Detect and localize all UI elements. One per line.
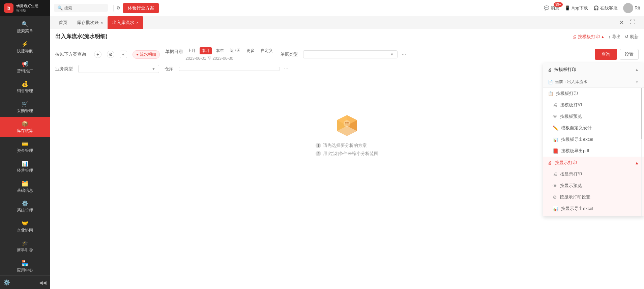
- page-header: 出入库流水(流水明细) 🖨 按模板打印 ▲ ↑ 导出 ↺ 刷新: [50, 29, 644, 43]
- current-arrow: ▼: [635, 80, 639, 84]
- sidebar-label-finance: 资金管理: [17, 148, 33, 154]
- sidebar-item-system[interactable]: ⚙️系统管理: [0, 197, 50, 217]
- app-download-item[interactable]: 📱 App下载: [565, 5, 588, 11]
- topbar-right: 💬 消息 99+ 📱 App下载 🎧 在线客服 Rit: [544, 3, 640, 13]
- export-btn[interactable]: ↑ 导出: [609, 34, 621, 40]
- item-label-display-preview: 按显示预览: [560, 183, 582, 189]
- sidebar-label-sales: 销售管理: [17, 88, 33, 94]
- hint-item-2: 2 用[过滤]条件来缩小分析范围: [316, 151, 378, 157]
- search-input[interactable]: [64, 6, 105, 10]
- sidebar-item-basic[interactable]: 🗂️基础信息: [0, 177, 50, 197]
- dropdown-item-template-export-pdf[interactable]: 📕按模板导出pdf: [543, 145, 644, 157]
- tab-label-batch: 库存批次账: [77, 20, 99, 26]
- item-label-template-export-pdf: 按模板导出pdf: [561, 148, 589, 154]
- search-box[interactable]: 🔍: [54, 4, 108, 12]
- message-item[interactable]: 💬 消息 99+: [544, 5, 559, 11]
- filter-add-btn[interactable]: +: [94, 51, 101, 58]
- dropdown-item-display-preview[interactable]: 👁按显示预览: [543, 180, 644, 191]
- sidebar-item-marketing[interactable]: 📢营销推广: [0, 57, 50, 77]
- business-type-select[interactable]: ▼: [78, 65, 159, 73]
- dropdown-item-display-export-excel[interactable]: 📊按显示导出excel: [543, 203, 644, 214]
- sidebar-item-corp[interactable]: 🤝企业协同: [0, 217, 50, 237]
- maximize-btn[interactable]: ⛶: [628, 19, 637, 26]
- sidebar-icon-inventory: 📦: [22, 121, 28, 127]
- date-tab-上月[interactable]: 上月: [185, 47, 198, 54]
- sidebar-item-inventory[interactable]: 📦库存核算: [0, 117, 50, 137]
- date-field-label: 单据日期: [165, 47, 183, 56]
- dropdown-item-display-print-settings[interactable]: ⚙按显示打印设置: [543, 191, 644, 203]
- message-icon: 💬: [544, 5, 549, 10]
- filter-chip-icon: ●: [136, 52, 139, 57]
- dropdown-item-template-custom[interactable]: ✏️模板自定义设计: [543, 122, 644, 134]
- filter-action-btns: 查询 设置: [595, 49, 639, 60]
- sidebar-label-operations: 经营管理: [17, 168, 33, 174]
- dropdown-section-header-template-print[interactable]: 📋按模板打印: [543, 88, 644, 99]
- close-tab-btn[interactable]: ✕: [617, 19, 626, 26]
- dropdown-item-template-preview[interactable]: 👁按模板预览: [543, 111, 644, 122]
- sidebar-label-corp: 企业协同: [17, 228, 33, 233]
- date-tab-自定义[interactable]: 自定义: [259, 47, 275, 54]
- tabs-actions: ✕ ⛶: [617, 19, 637, 26]
- filter-settings-btn[interactable]: ⚙: [107, 51, 114, 58]
- dropdown-close-icon[interactable]: ▲: [635, 67, 639, 72]
- sidebar-item-operations[interactable]: 📊经营管理: [0, 157, 50, 177]
- customer-service-item[interactable]: 🎧 在线客服: [593, 5, 618, 11]
- doc-type-group: 单据类型 ▼ ···: [280, 50, 589, 58]
- sidebar-icon-quicknav: ⚡: [22, 41, 28, 47]
- hint-text-2: 用[过滤]条件来缩小分析范围: [323, 151, 378, 157]
- date-filter: 上月本月本年近7天更多自定义 2023-06-01 至 2023-06-30: [185, 47, 275, 61]
- warehouse-select[interactable]: [179, 67, 280, 71]
- refresh-btn[interactable]: ↺ 刷新: [625, 34, 639, 40]
- date-tab-近7天[interactable]: 近7天: [228, 47, 242, 54]
- dropdown-item-template-print-item[interactable]: 🖨按模板打印: [543, 99, 644, 111]
- filter-collapse-btn[interactable]: «: [120, 51, 127, 58]
- dropdown-item-display-export-pdf[interactable]: 📕按显示导出pdf: [543, 214, 644, 216]
- dropdown-section-header-display-print[interactable]: 🖨按显示打印▲: [543, 157, 644, 168]
- sidebar-item-quicknav[interactable]: ⚡快捷导航: [0, 37, 50, 57]
- tab-flow[interactable]: 出入库流水×: [108, 16, 143, 29]
- settings-btn[interactable]: 设置: [620, 49, 639, 60]
- tab-batch[interactable]: 库存批次账×: [72, 16, 108, 29]
- doc-type-select[interactable]: ▼: [303, 50, 398, 58]
- sidebar-item-guide[interactable]: 🎓新手引导: [0, 237, 50, 257]
- dropdown-item-display-print-item[interactable]: 🖨按显示打印: [543, 168, 644, 180]
- query-btn[interactable]: 查询: [595, 49, 617, 60]
- warehouse-more-icon[interactable]: ···: [284, 66, 288, 72]
- sidebar: b 畅捷通好生意 标准版 🔍搜索菜单⚡快捷导航📢营销推广💰销售管理🛒采购管理📦库…: [0, 0, 50, 289]
- export-icon: ↑: [609, 34, 611, 39]
- refresh-label: 刷新: [630, 34, 639, 40]
- sidebar-item-finance[interactable]: 💳资金管理: [0, 137, 50, 157]
- dropdown-section-display-print: 🖨按显示打印▲🖨按显示打印👁按显示预览⚙按显示打印设置📊按显示导出excel📕按…: [543, 157, 644, 216]
- sidebar-item-search[interactable]: 🔍搜索菜单: [0, 18, 50, 37]
- item-label-template-custom: 模板自定义设计: [561, 125, 592, 131]
- section-icon-template-print: 📋: [548, 91, 553, 96]
- settings-icon[interactable]: ⚙️: [3, 279, 10, 286]
- industry-btn[interactable]: 体验行业方案: [123, 3, 159, 13]
- business-type-label: 业务类型: [55, 66, 73, 72]
- tab-close-batch[interactable]: ×: [101, 21, 103, 25]
- page-header-actions: 🖨 按模板打印 ▲ ↑ 导出 ↺ 刷新: [572, 34, 639, 40]
- dropdown-header: 🖨 按模板打印 ▲: [543, 63, 644, 76]
- tab-home[interactable]: 首页: [54, 16, 72, 29]
- filter-chip[interactable]: ● 流水明细: [133, 50, 160, 59]
- date-tab-更多[interactable]: 更多: [244, 47, 257, 54]
- dropdown-panel: 🖨 按模板打印 ▲ 📄 当前：出入库流水 ▼ 📋按模板打印🖨按模板打印👁按模板预…: [543, 63, 644, 216]
- sidebar-item-purchase[interactable]: 🛒采购管理: [0, 97, 50, 117]
- date-tab-本年[interactable]: 本年: [214, 47, 226, 54]
- topbar-gear-icon[interactable]: ⚙: [116, 5, 120, 10]
- sidebar-item-sales[interactable]: 💰销售管理: [0, 77, 50, 97]
- print-template-btn[interactable]: 🖨 按模板打印 ▲: [572, 34, 605, 40]
- doc-type-more-icon[interactable]: ···: [402, 51, 406, 57]
- date-tab-本月[interactable]: 本月: [200, 47, 212, 54]
- user-avatar-item[interactable]: Rit: [623, 3, 640, 13]
- collapse-sidebar-icon[interactable]: ◀◀: [39, 280, 47, 285]
- refresh-icon: ↺: [625, 34, 628, 39]
- sidebar-icon-marketing: 📢: [22, 61, 28, 67]
- section-label-display-print: 按显示打印: [555, 160, 577, 166]
- sidebar-label-guide: 新手引导: [17, 247, 33, 253]
- print-icon: 🖨: [572, 34, 577, 39]
- sidebar-item-appstore[interactable]: 🏪应用中心: [0, 257, 50, 275]
- dropdown-item-template-export-excel[interactable]: 📊按模板导出excel: [543, 134, 644, 145]
- business-chevron-icon: ▼: [152, 67, 155, 71]
- tab-close-flow[interactable]: ×: [136, 21, 138, 25]
